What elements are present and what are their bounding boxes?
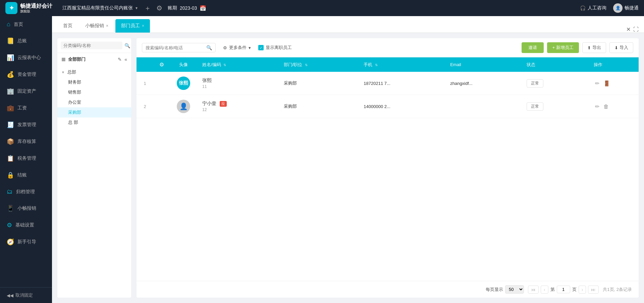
- capital-icon: 💰: [7, 71, 14, 78]
- export-button[interactable]: ⬆ 导出: [582, 42, 606, 53]
- dept-collapse-button[interactable]: «: [124, 57, 127, 62]
- sort-mobile-icon: ⇅: [375, 63, 378, 67]
- sidebar-item-xiaochang[interactable]: 📱 小畅报销: [0, 200, 52, 217]
- sidebar-item-home[interactable]: ⌂ 首页: [0, 16, 52, 33]
- accounting-period[interactable]: 账期 2023-03 📅: [168, 5, 206, 11]
- add-button[interactable]: ＋: [144, 4, 151, 13]
- cancel-pin-button[interactable]: ◀◀ 取消固定: [0, 287, 52, 303]
- dept-search-icon[interactable]: 🔍: [124, 43, 130, 48]
- sidebar-item-ledger[interactable]: 📒 总账: [0, 33, 52, 49]
- edit-employee-button[interactable]: ✏: [595, 80, 599, 87]
- page-number-input[interactable]: [557, 286, 570, 293]
- sort-dept-icon: ⇅: [305, 63, 308, 67]
- tab-close-button[interactable]: ✕: [626, 26, 631, 33]
- dept-node-purchase[interactable]: 采购部: [57, 107, 131, 117]
- content-area: 首页 小畅报销 × 部门员工 × ✕ ⛶ 🔍: [52, 16, 644, 303]
- avatar: 张熙: [177, 77, 190, 90]
- page-no-label: 第: [550, 287, 555, 293]
- row-status-cell: 正常: [521, 95, 588, 118]
- col-actions: 操作: [588, 57, 639, 72]
- col-status: 状态: [521, 57, 588, 72]
- company-selector[interactable]: 江西服宝精品有限责任公司内账张 ▾: [62, 5, 138, 11]
- page-navigation: ⏮ ‹ 第 页 › ⏭: [528, 286, 599, 294]
- last-page-button[interactable]: ⏭: [588, 286, 599, 294]
- calendar-icon: 📅: [200, 5, 206, 11]
- col-settings[interactable]: ⚙: [153, 57, 170, 72]
- sidebar-label-assets: 固定资产: [17, 88, 36, 94]
- emp-search-input[interactable]: [146, 45, 204, 50]
- next-page-button[interactable]: ›: [579, 286, 586, 294]
- show-resigned-toggle[interactable]: ✓ 显示离职员工: [258, 45, 292, 51]
- sort-name-icon: ⇅: [223, 63, 226, 67]
- prev-page-button[interactable]: ‹: [541, 286, 548, 294]
- sidebar-item-salary[interactable]: 💼 工资: [0, 100, 52, 116]
- col-name-code[interactable]: 姓名/编码 ⇅: [197, 57, 278, 72]
- dept-node-sales[interactable]: 销售部: [57, 87, 131, 97]
- row-num: 1: [137, 72, 153, 95]
- dept-node-general[interactable]: 总 部: [57, 117, 131, 128]
- sidebar-label-tax: 税务管理: [17, 155, 36, 161]
- dept-node-root[interactable]: ▼ 总部: [57, 67, 131, 77]
- sidebar-item-guide[interactable]: 🧭 新手引导: [0, 234, 52, 250]
- sidebar-label-salary: 工资: [17, 105, 27, 111]
- employee-table: ⚙ 头像 姓名/编码 ⇅ 部门/职位 ⇅ 手机 ⇅: [137, 57, 639, 281]
- settings-button[interactable]: ⚙: [156, 4, 162, 12]
- sidebar-item-checkout[interactable]: 🔒 结账: [0, 167, 52, 184]
- page-size-select[interactable]: 10 20 50 100: [505, 285, 524, 294]
- archive-icon: 🗂: [7, 188, 13, 195]
- row-status-cell: 正常: [521, 72, 588, 95]
- sidebar-label-ledger: 总账: [17, 38, 27, 44]
- logout-employee-button[interactable]: 🚪: [603, 80, 610, 87]
- sidebar-item-archive[interactable]: 🗂 归档管理: [0, 184, 52, 200]
- tab-dept-emp[interactable]: 部门员工 ×: [115, 19, 150, 33]
- sidebar-item-reports[interactable]: 📊 云报表中心: [0, 49, 52, 66]
- company-name: 江西服宝精品有限责任公司内账张: [62, 5, 133, 11]
- dept-tree: ▼ 总部 财务部 销售部 办公室: [57, 66, 131, 298]
- sidebar-label-invoice: 发票管理: [17, 122, 36, 128]
- user-menu[interactable]: 👤 畅捷通: [613, 3, 639, 13]
- row-actions-cell: ✏ 🗑: [588, 95, 639, 118]
- tab-expense-close-icon[interactable]: ×: [106, 23, 108, 28]
- tab-expense[interactable]: 小畅报销 ×: [79, 19, 114, 33]
- dept-node-office[interactable]: 办公室: [57, 97, 131, 107]
- sidebar-label-archive: 归档管理: [16, 189, 35, 195]
- emp-search-icon[interactable]: 🔍: [206, 45, 212, 50]
- sidebar-item-tax[interactable]: 📋 税务管理: [0, 150, 52, 167]
- topbar: ✦ 畅捷通好会计 旗舰版 江西服宝精品有限责任公司内账张 ▾ ＋ ⚙ 账期 20…: [0, 0, 644, 16]
- sidebar-item-settings[interactable]: ⚙ 基础设置: [0, 217, 52, 234]
- sidebar-item-assets[interactable]: 🏢 固定资产: [0, 83, 52, 100]
- col-mobile[interactable]: 手机 ⇅: [358, 57, 445, 72]
- delete-employee-button[interactable]: 🗑: [603, 104, 609, 110]
- first-page-button[interactable]: ⏮: [528, 286, 539, 294]
- col-dept-position[interactable]: 部门/职位 ⇅: [278, 57, 359, 72]
- sidebar-item-capital[interactable]: 💰 资金管理: [0, 66, 52, 83]
- invite-button[interactable]: 邀请: [522, 42, 544, 53]
- sidebar-item-invoice[interactable]: 🧾 发票管理: [0, 116, 52, 133]
- xiaochang-icon: 📱: [7, 205, 14, 212]
- more-filter-button[interactable]: ⚙ 更多条件 ▾: [220, 43, 254, 52]
- dept-node-finance[interactable]: 财务部: [57, 77, 131, 87]
- dept-edit-button[interactable]: ✎: [118, 57, 122, 62]
- import-button[interactable]: ⬇ 导入: [609, 42, 633, 53]
- tab-dept-emp-close-icon[interactable]: ×: [142, 23, 144, 28]
- guide-icon: 🧭: [7, 238, 14, 246]
- dept-node-root-label: 总部: [67, 69, 76, 75]
- row-dept-cell: 采购部: [278, 95, 359, 118]
- add-employee-button[interactable]: + 新增员工: [547, 42, 579, 53]
- dept-all-label: ▦ 全部部门: [61, 56, 86, 62]
- col-num: [137, 57, 153, 72]
- edit-employee-button-2[interactable]: ✏: [595, 103, 599, 110]
- dept-search-input[interactable]: [61, 42, 122, 49]
- resigned-checkbox[interactable]: ✓: [258, 45, 264, 50]
- department-panel: 🔍 ▦ 全部部门 ✎ « ▼ 总部: [57, 38, 131, 298]
- export-icon: ⬆: [587, 45, 591, 50]
- row-actions-cell: ✏ 🚪: [588, 72, 639, 95]
- sidebar-item-inventory[interactable]: 📦 库存核算: [0, 133, 52, 150]
- support-link[interactable]: 🎧 人工咨询: [580, 5, 606, 11]
- table-settings-icon[interactable]: ⚙: [159, 62, 164, 67]
- tab-fullscreen-button[interactable]: ⛶: [633, 27, 639, 33]
- user-name: 畅捷通: [625, 5, 639, 11]
- emp-search-bar: 🔍: [142, 43, 216, 52]
- company-dropdown-icon: ▾: [136, 6, 138, 10]
- tab-home[interactable]: 首页: [57, 19, 78, 33]
